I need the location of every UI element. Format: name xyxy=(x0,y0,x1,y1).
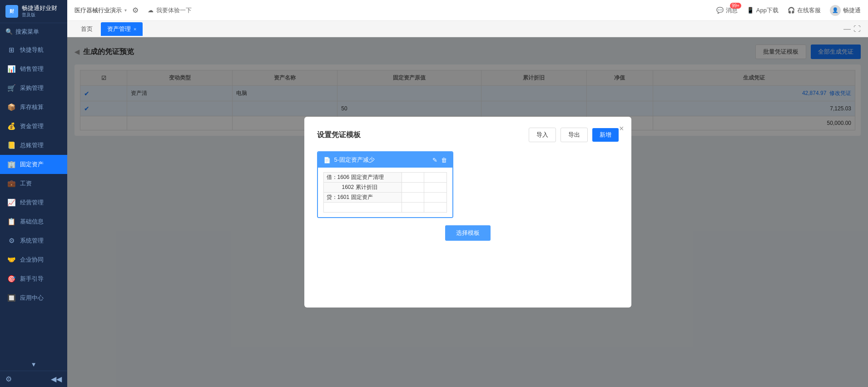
template-row: 借：1606 固定资产清理 xyxy=(323,173,446,183)
sidebar-collapse-btn[interactable]: ◀◀ xyxy=(51,375,62,383)
delete-icon[interactable]: 🗑 xyxy=(441,157,447,164)
sub-debit-label: 1602 累计折旧 xyxy=(323,183,402,193)
minimize-icon[interactable]: — xyxy=(843,25,851,33)
modal-export-btn[interactable]: 导出 xyxy=(560,128,588,142)
template-card: 📄 5-固定资产减少 ✎ 🗑 xyxy=(317,151,453,218)
headset-icon: 🎧 xyxy=(788,7,795,14)
template-header-left: 📄 5-固定资产减少 xyxy=(323,156,375,164)
tab-bar: 首页 资产管理 × — ⛶ xyxy=(67,21,868,37)
payroll-icon: 💼 xyxy=(7,179,15,188)
sidebar-nav: ⊞ 快捷导航 📊 销售管理 🛒 采购管理 📦 库存核算 💰 资金管理 📒 总账管… xyxy=(0,40,67,358)
sidebar-item-purchase[interactable]: 🛒 采购管理 xyxy=(0,79,67,98)
user-btn[interactable]: 👤 畅捷通 xyxy=(830,5,861,16)
finance-icon: 💰 xyxy=(7,122,15,130)
empty-cell-1 xyxy=(323,203,402,213)
sidebar-item-inventory[interactable]: 📦 库存核算 xyxy=(0,98,67,117)
company-selector[interactable]: 医疗器械行业演示 ▾ xyxy=(74,6,127,15)
app-center-icon: 🔲 xyxy=(7,294,15,302)
debit-amount-2 xyxy=(424,173,447,183)
tab-asset-management[interactable]: 资产管理 × xyxy=(101,22,143,36)
company-name: 医疗器械行业演示 xyxy=(74,6,122,15)
template-card-body: 借：1606 固定资产清理 1602 累计折旧 xyxy=(318,168,452,217)
ledger-icon: 📒 xyxy=(7,141,15,149)
template-header-actions: ✎ 🗑 xyxy=(432,157,447,164)
sidebar-item-basic-info[interactable]: 📋 基础信息 xyxy=(0,212,67,231)
cooperation-icon: 🤝 xyxy=(7,256,15,264)
logo-icon: 财 xyxy=(5,5,18,18)
modal-header-buttons: 导入 导出 新增 xyxy=(529,128,619,142)
messages-badge: 99+ xyxy=(730,3,741,9)
search-icon: 🔍 xyxy=(5,28,13,35)
sidebar-item-fixed-assets[interactable]: 🏢 固定资产 xyxy=(0,155,67,174)
sub-debit-amount-1 xyxy=(402,183,424,193)
tab-close-icon[interactable]: × xyxy=(134,26,136,32)
sidebar-search[interactable]: 🔍 搜索菜单 xyxy=(0,23,67,40)
empty-cell-2 xyxy=(402,203,424,213)
sidebar-item-guide[interactable]: 🎯 新手引导 xyxy=(0,269,67,288)
template-row-empty xyxy=(323,203,446,213)
quick-nav-icon: ⊞ xyxy=(7,46,15,54)
tab-expand-btns: — ⛶ xyxy=(843,25,861,33)
debit-label: 借：1606 固定资产清理 xyxy=(323,173,402,183)
sidebar-item-sales[interactable]: 📊 销售管理 xyxy=(0,60,67,79)
system-icon: ⚙ xyxy=(7,237,15,245)
sidebar-item-quick-nav[interactable]: ⊞ 快捷导航 xyxy=(0,40,67,60)
guide-icon: 🎯 xyxy=(7,275,15,283)
template-row: 贷：1601 固定资产 xyxy=(323,193,446,203)
main-area: 医疗器械行业演示 ▾ ⚙ ☁ 我要体验一下 💬 消息 99+ 📱 App下载 🎧… xyxy=(67,0,868,387)
messages-btn[interactable]: 💬 消息 99+ xyxy=(716,6,738,15)
select-template-btn[interactable]: 选择模板 xyxy=(445,225,491,241)
template-table: 借：1606 固定资产清理 1602 累计折旧 xyxy=(323,172,447,213)
sidebar-bottom: ⚙ ◀◀ xyxy=(0,371,67,387)
sidebar-item-payroll[interactable]: 💼 工资 xyxy=(0,174,67,193)
operations-icon: 📈 xyxy=(7,198,15,207)
sidebar-item-system[interactable]: ⚙ 系统管理 xyxy=(0,231,67,250)
fixed-assets-icon: 🏢 xyxy=(7,160,15,169)
avatar: 👤 xyxy=(830,5,841,16)
sidebar-logo: 财 畅捷通好业财 普及版 xyxy=(0,0,67,23)
cloud-icon: ☁ xyxy=(148,7,154,14)
customer-service-btn[interactable]: 🎧 在线客服 xyxy=(788,6,821,15)
settings-icon[interactable]: ⚙ xyxy=(132,6,139,15)
sub-debit-amount-2 xyxy=(424,183,447,193)
credit-amount-2 xyxy=(424,193,447,203)
top-nav-right: 💬 消息 99+ 📱 App下载 🎧 在线客服 👤 畅捷通 xyxy=(716,5,861,16)
document-icon: 📄 xyxy=(323,157,331,164)
credit-label: 贷：1601 固定资产 xyxy=(323,193,402,203)
content-area: ◀ 生成的凭证预览 批量凭证模板 全部生成凭证 ☑ 变动类型 资产名称 xyxy=(67,37,868,387)
sidebar-item-operations[interactable]: 📈 经营管理 xyxy=(0,193,67,212)
template-row: 1602 累计折旧 xyxy=(323,183,446,193)
sidebar-item-ledger[interactable]: 📒 总账管理 xyxy=(0,136,67,155)
message-icon: 💬 xyxy=(716,7,724,14)
app-download-btn[interactable]: 📱 App下载 xyxy=(747,6,779,15)
modal-title: 设置凭证模板 xyxy=(317,130,361,140)
purchase-icon: 🛒 xyxy=(7,84,15,92)
modal-overlay: 设置凭证模板 导入 导出 新增 × 📄 5-固定资产减少 xyxy=(67,37,868,387)
company-arrow-icon: ▾ xyxy=(124,8,127,13)
sidebar-settings-btn[interactable]: ⚙ xyxy=(5,375,12,383)
experience-btn[interactable]: ☁ 我要体验一下 xyxy=(148,6,192,15)
empty-cell-3 xyxy=(424,203,447,213)
sidebar-item-finance[interactable]: 💰 资金管理 xyxy=(0,117,67,136)
modal-close-btn[interactable]: × xyxy=(619,124,624,134)
modal-new-btn[interactable]: 新增 xyxy=(592,128,619,142)
template-card-header: 📄 5-固定资产减少 ✎ 🗑 xyxy=(318,152,452,168)
sales-icon: 📊 xyxy=(7,65,15,73)
modal-header: 设置凭证模板 导入 导出 新增 xyxy=(317,128,619,142)
modal-body: 📄 5-固定资产减少 ✎ 🗑 xyxy=(317,151,619,241)
sidebar-item-app-center[interactable]: 🔲 应用中心 xyxy=(0,288,67,308)
top-nav: 医疗器械行业演示 ▾ ⚙ ☁ 我要体验一下 💬 消息 99+ 📱 App下载 🎧… xyxy=(67,0,868,21)
edit-icon[interactable]: ✎ xyxy=(432,157,437,164)
sidebar-scroll-down[interactable]: ▼ xyxy=(0,358,67,371)
maximize-icon[interactable]: ⛶ xyxy=(853,25,861,33)
phone-icon: 📱 xyxy=(747,7,754,14)
inventory-icon: 📦 xyxy=(7,103,15,111)
credit-amount-1 xyxy=(402,193,424,203)
basic-info-icon: 📋 xyxy=(7,218,15,226)
sidebar: 财 畅捷通好业财 普及版 🔍 搜索菜单 ⊞ 快捷导航 📊 销售管理 🛒 采购管理… xyxy=(0,0,67,387)
modal-import-btn[interactable]: 导入 xyxy=(529,128,556,142)
sidebar-item-cooperation[interactable]: 🤝 企业协同 xyxy=(0,250,67,269)
logo-text: 畅捷通好业财 普及版 xyxy=(22,5,57,18)
modal-dialog: 设置凭证模板 导入 导出 新增 × 📄 5-固定资产减少 xyxy=(304,117,631,308)
tab-home[interactable]: 首页 xyxy=(74,22,99,36)
